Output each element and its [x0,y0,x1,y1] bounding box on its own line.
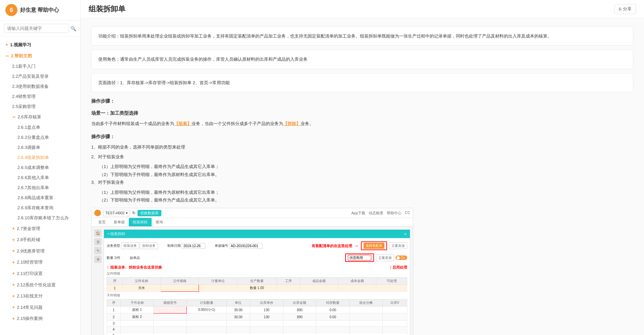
mock-toggle-on[interactable]: On [395,256,407,260]
assembly-link[interactable]: 【组装】 [174,121,192,126]
step-3-2: （2）下部明细为子件明细，最终作为产成品生成其它入库单。 [99,196,633,204]
sidebar-item-other-in[interactable]: 2.6.6其他入库单 [0,173,80,183]
mock-icon-cc[interactable]: CC [405,211,410,216]
main-area: 组装拆卸单 ⎘ 分享 功能介绍：组装拆卸单用来处理企业组装或拆卸等加工业务，支持… [80,0,644,335]
sidebar-item-stock-error[interactable]: 2.6.10库存账本错了怎么办 [0,213,80,223]
sidebar-item-inventory[interactable]: − 2.6库存核算 [0,112,80,122]
mock-left-toolbar: 🏠 ☰ ✎ ⚙ [94,229,102,335]
mock-close-btn[interactable]: × [404,232,407,236]
sidebar-item-purchase[interactable]: 2.5采购管理 [0,102,80,112]
sidebar-item-assembly[interactable]: 2.6.4组装拆卸单 [0,153,80,163]
refresh-icon[interactable]: ↻ [132,211,136,215]
sidebar-item-stocktake[interactable]: 2.6.1盘点单 [0,122,80,132]
mock-icon-help[interactable]: 帮助中心 [387,211,401,216]
mock-ann2-area: ↑ 组装业务、拆卸业务在这里切换 [107,265,162,270]
mock-lower-col-spec: 规格型号 [154,299,187,306]
sidebar-item-split-stocktake[interactable]: 2.6.2分量盘点单 [0,132,80,143]
mock-select-btn-box: 选择装配单 [361,241,387,250]
sidebar-item-print[interactable]: + 2.11打印设置 [0,268,80,279]
step-3-1: （1）上部明细为父件明细，最终作为原材料生成其它出库单； [99,188,633,196]
main-header: 组装拆卸单 ⎘ 分享 [80,0,644,18]
minus-icon: − [5,53,9,59]
sidebar-header: 6 好生意 帮助中心 [0,0,80,20]
mock-lower-cell-spec-1[interactable] [154,306,187,314]
mock-tab-new[interactable]: 新单据 [110,218,129,226]
mock-form-title: × 组装拆卸 [107,231,125,236]
mock-supplier-input[interactable] [348,255,371,261]
sidebar-item-newbie[interactable]: 2.1新手入门 [0,61,80,71]
mock-date-input[interactable] [182,243,205,249]
sidebar-item-adjust[interactable]: 2.6.3调拨单 [0,143,80,153]
mock-lower-row-3: 3 [107,321,407,327]
mock-upper-table: 序 父件名称 父件规格 计量单位 生产数量 工序 成品金额 成本金额 可处理 [107,277,407,292]
step-3: 3、对于拆装业务 [91,178,633,186]
sidebar-item-finance[interactable]: + 2.7资金管理 [0,223,80,234]
sidebar-item-cost-adjust[interactable]: 2.6.5成本调整单 [0,163,80,173]
disassembly-link[interactable]: 【拆卸】 [283,121,301,126]
mock-no-input[interactable] [229,243,263,249]
mock-tab-query[interactable]: 查询 [152,218,167,226]
mock-upper-cell-process [277,285,300,292]
sidebar-item-cost-recalc[interactable]: 2.6.8商品成本重算 [0,193,80,203]
mock-company-name: TEST-H002 [105,211,124,215]
mock-icon-check[interactable]: 动态检查 [369,211,383,216]
annotation2-text: 组装业务、拆卸业务在这里切换 [110,265,162,270]
sidebar-item-biz-mgmt[interactable]: + 2.10经营管理 [0,257,80,268]
sidebar-item-help-docs[interactable]: − 2.帮助文档 [0,51,80,61]
mock-icon-edit[interactable]: ✎ [94,247,102,254]
mock-apply-btn[interactable]: 立案发放 [376,255,394,261]
sidebar-item-label: 2.7资金管理 [17,226,40,232]
arrow-icon-1: → [354,243,359,249]
mock-upper-cell-spec[interactable] [161,285,199,292]
mock-lower-table-label: 子件明细 [107,293,407,298]
sidebar-item-install[interactable]: 2.2产品安装及登录 [0,71,80,81]
mock-tab-home[interactable]: 首页 [94,218,110,226]
mock-toggle-box [345,254,374,262]
sidebar-item-other-out[interactable]: 2.6.7其他出库单 [0,183,80,193]
mock-icon-home[interactable]: 🏠 [94,229,102,237]
mock-icon-app[interactable]: App下载 [352,211,366,216]
mock-lower-row-2: 2 面粉 2 30.00 130 890 0.00 [107,314,407,321]
mock-confirm-btn[interactable]: 立案发放 [389,242,407,249]
mock-tab-assembly[interactable]: 组装拆卸 [129,218,152,226]
mock-switch-db-btn[interactable]: 切换数据库 [138,210,161,216]
mock-toggle-area: 立案发放 On [344,253,407,263]
search-button[interactable]: 🔍 [70,26,76,31]
sidebar-item-coupon[interactable]: + 2.9优惠券管理 [0,245,80,257]
sidebar-item-data-prep[interactable]: 2.3使用前数据准备 [0,81,80,92]
sidebar-item-label: 2.11打印设置 [17,271,43,277]
mock-select-assembly-btn[interactable]: 选择装配单 [364,243,384,249]
mock-icon-list[interactable]: ☰ [94,238,102,245]
plus-icon-sys: + [12,282,15,288]
sidebar-item-online-pay[interactable]: + 2.13在线支付 [0,291,80,302]
mock-btn-disassembly-type[interactable]: 拆卸业务 [140,242,158,249]
mock-company-selector[interactable]: TEST-H002 ▾ [103,210,130,216]
mock-lower-row-1: 1 面粉 1 0.00/计(+1) 30.00 130 890 0.00 [107,306,407,314]
mock-lower-cell-amount-2: 890 [283,314,316,321]
sidebar-item-label: 2.6库存核算 [18,114,41,120]
share-button[interactable]: ⎘ 分享 [614,4,636,14]
sidebar-item-cases[interactable]: + 2.15操作案例 [0,313,80,325]
mock-lower-cell-out-1 [382,306,407,314]
sidebar-item-video[interactable]: + 1.视频学习 [0,39,80,51]
mock-icon-config[interactable]: ⚙ [94,256,102,263]
sidebar-item-mobile[interactable]: + 2.8手机旺铺 [0,234,80,246]
search-input[interactable] [4,24,69,33]
mock-no-field: 单据编号 [215,243,263,249]
sidebar-item-sales[interactable]: 2.4销售管理 [0,92,80,102]
sidebar-item-label: 2.8手机旺铺 [17,237,40,243]
mock-upper-col-seq: 序 [107,278,123,285]
sidebar-item-faq[interactable]: + 2.14常见问题 [0,302,80,313]
mock-type-field: 业务类型 组装业务 拆卸业务 [107,242,158,249]
ops-heading: 操作步骤： [91,98,633,104]
sidebar-item-label: 1.视频学习 [10,42,31,48]
mock-lower-cell-amount-1: 890 [283,306,316,314]
mock-upper-col-processable: 可处理 [376,278,407,285]
mock-lower-cell-price-1: 130 [250,306,283,314]
sidebar-item-stock-query[interactable]: 2.6.9库存账本查询 [0,203,80,213]
sidebar-item-system-cfg[interactable]: + 2.12系统个性化设置 [0,279,80,291]
sidebar-item-label: 2.14常见问题 [17,304,43,311]
mock-btn-assembly-type[interactable]: 组装业务 [121,242,139,249]
mock-annotation1-area: 有装配清单的在这里处理 → 选择装配单 立案发放 [312,241,407,251]
plus-icon-pay: + [12,293,15,300]
